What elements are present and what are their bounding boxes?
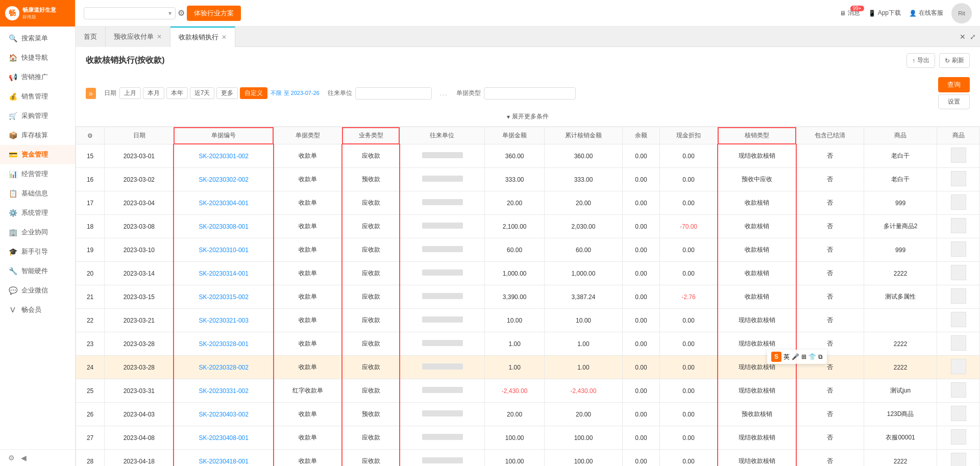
td-seq: 28 bbox=[76, 450, 105, 467]
date-btn-lastmonth[interactable]: 上月 bbox=[119, 87, 141, 99]
settings-icon[interactable]: ⚙ bbox=[8, 454, 15, 462]
sidebar-item-inventory[interactable]: 📦库存核算 bbox=[0, 126, 75, 145]
sidebar-item-purchase[interactable]: 🛒采购管理 bbox=[0, 106, 75, 126]
td-verified: 60.00 bbox=[545, 238, 622, 262]
refresh-button[interactable]: ↻ 刷新 bbox=[939, 53, 970, 68]
maximize-icon[interactable]: ⤢ bbox=[970, 33, 976, 41]
doc-no-link[interactable]: SK-20230328-001 bbox=[199, 340, 249, 348]
td-discount: 0.00 bbox=[660, 191, 718, 215]
date-btn-7days[interactable]: 近7天 bbox=[190, 87, 215, 99]
tab-collection[interactable]: 收款核销执行 ✕ bbox=[170, 27, 235, 47]
doc-no-link[interactable]: SK-20230403-002 bbox=[199, 411, 249, 418]
td-product2 bbox=[937, 144, 980, 168]
td-seq: 26 bbox=[76, 403, 105, 426]
message-button[interactable]: 🖥 消息 99+ bbox=[840, 9, 860, 17]
discount-value: 0.00 bbox=[682, 434, 694, 442]
td-date: 2023-03-15 bbox=[105, 285, 174, 309]
message-badge: 99+ bbox=[850, 6, 864, 11]
td-include-clear: 否 bbox=[796, 168, 864, 191]
watermark-overlay: S 英 🎤 ⊞ 👕 ⧉ bbox=[767, 350, 827, 364]
watermark-text: 英 bbox=[783, 353, 790, 361]
user-avatar[interactable]: Rit bbox=[951, 3, 972, 23]
date-btn-custom[interactable]: 自定义 bbox=[240, 87, 267, 99]
filter-toggle-btn[interactable]: » bbox=[86, 88, 96, 99]
doc-no-link[interactable]: SK-20230418-001 bbox=[199, 458, 249, 465]
discount-value: 0.00 bbox=[682, 411, 694, 418]
topbar-gear-icon[interactable]: ⚙ bbox=[178, 8, 185, 18]
sidebar-item-sales[interactable]: 💰销售管理 bbox=[0, 87, 75, 106]
td-include-clear: 否 bbox=[796, 215, 864, 238]
discount-value: -2.76 bbox=[681, 293, 695, 301]
doc-no-link[interactable]: SK-20230321-003 bbox=[199, 317, 249, 324]
sidebar-item-system[interactable]: ⚙️系统管理 bbox=[0, 203, 75, 223]
td-doc-no: SK-20230403-002 bbox=[174, 403, 274, 426]
date-btn-more[interactable]: 更多 bbox=[216, 87, 238, 99]
sidebar-item-basic[interactable]: 📋基础信息 bbox=[0, 184, 75, 203]
online-service-button[interactable]: 👤 在线客服 bbox=[909, 9, 943, 17]
topbar-search-input[interactable] bbox=[84, 7, 176, 19]
sidebar-item-guide[interactable]: 🎓新手引导 bbox=[0, 242, 75, 261]
td-date: 2023-03-28 bbox=[105, 356, 174, 379]
sidebar-item-enterprise[interactable]: 🏢企业协同 bbox=[0, 223, 75, 242]
close-tab-icon[interactable]: ✕ bbox=[960, 33, 966, 41]
shortcut-icon: 🏠 bbox=[8, 53, 17, 62]
td-partner bbox=[400, 168, 484, 191]
sidebar-item-marketing[interactable]: 📢营销推广 bbox=[0, 67, 75, 87]
td-date: 2023-03-31 bbox=[105, 379, 174, 403]
sidebar-item-member[interactable]: V畅会员 bbox=[0, 300, 75, 320]
sidebar-item-finance[interactable]: 💳资金管理 bbox=[0, 145, 75, 164]
doc-no-link[interactable]: SK-20230331-002 bbox=[199, 387, 249, 395]
tab-pending-close[interactable]: ✕ bbox=[157, 33, 162, 40]
doc-no-link[interactable]: SK-20230310-001 bbox=[199, 247, 249, 254]
filter-settings-button[interactable]: 设置 bbox=[938, 94, 970, 109]
td-verify-type: 收款核销 bbox=[718, 215, 796, 238]
doctype-select[interactable] bbox=[484, 87, 576, 100]
td-include-clear: 否 bbox=[796, 309, 864, 332]
td-verify-type: 现结收款核销 bbox=[718, 426, 796, 450]
doc-no-link[interactable]: SK-20230301-002 bbox=[199, 153, 249, 160]
sidebar-item-wechat[interactable]: 💬企业微信 bbox=[0, 281, 75, 300]
doc-no-link[interactable]: SK-20230302-002 bbox=[199, 176, 249, 183]
tab-collection-close[interactable]: ✕ bbox=[222, 34, 227, 41]
doc-no-link[interactable]: SK-20230328-002 bbox=[199, 364, 249, 371]
sidebar-footer: ⚙ ◀ bbox=[0, 449, 75, 466]
td-amount: 10.00 bbox=[484, 309, 544, 332]
sidebar-item-operation[interactable]: 📊经营管理 bbox=[0, 164, 75, 184]
table-row: 27 2023-04-08 SK-20230408-001 收款单 应收款 10… bbox=[76, 426, 980, 450]
td-seq: 23 bbox=[76, 332, 105, 356]
td-biz-type: 应收款 bbox=[342, 262, 400, 285]
sidebar-item-search[interactable]: 🔍搜索菜单 bbox=[0, 29, 75, 48]
td-discount: 0.00 bbox=[660, 426, 718, 450]
export-button[interactable]: ↑ 导出 bbox=[906, 53, 935, 68]
tab-pending[interactable]: 预收应收付单 ✕ bbox=[106, 27, 170, 47]
expand-filter-button[interactable]: ▾ 展开更多条件 bbox=[507, 112, 549, 121]
doc-no-link[interactable]: SK-20230308-001 bbox=[199, 223, 249, 230]
discount-value: 0.00 bbox=[682, 247, 694, 254]
date-btn-thisyear[interactable]: 本年 bbox=[166, 87, 188, 99]
th-amount: 单据金额 bbox=[484, 127, 544, 144]
doc-no-link[interactable]: SK-20230408-001 bbox=[199, 434, 249, 442]
td-verified: 100.00 bbox=[545, 450, 622, 467]
sidebar-item-shortcut[interactable]: 🏠快捷导航 bbox=[0, 48, 75, 67]
doc-no-link[interactable]: SK-20230314-001 bbox=[199, 270, 249, 277]
td-product: 测试多属性 bbox=[864, 285, 937, 309]
solution-button[interactable]: 体验行业方案 bbox=[187, 6, 241, 21]
td-product2 bbox=[937, 285, 980, 309]
verified-value: -2,430.00 bbox=[571, 387, 597, 395]
date-btn-thismonth[interactable]: 本月 bbox=[143, 87, 164, 99]
td-amount: 100.00 bbox=[484, 450, 544, 467]
td-discount: 0.00 bbox=[660, 144, 718, 168]
sidebar-item-label-member: 畅会员 bbox=[21, 305, 41, 314]
verified-value: 60.00 bbox=[576, 247, 591, 254]
filter-date-buttons: 上月 本月 本年 近7天 更多 自定义 bbox=[119, 87, 268, 99]
query-button[interactable]: 查询 bbox=[938, 77, 970, 92]
doc-no-link[interactable]: SK-20230315-002 bbox=[199, 293, 249, 301]
tab-home[interactable]: 首页 bbox=[76, 27, 106, 47]
product-thumbnail bbox=[951, 453, 966, 466]
sidebar-item-hardware[interactable]: 🔧智能硬件 bbox=[0, 261, 75, 281]
td-balance: 0.00 bbox=[622, 285, 660, 309]
doc-no-link[interactable]: SK-20230304-001 bbox=[199, 200, 249, 207]
partner-input[interactable] bbox=[355, 87, 432, 100]
app-download-button[interactable]: 📱 App下载 bbox=[868, 9, 901, 17]
collapse-icon[interactable]: ◀ bbox=[21, 454, 27, 462]
